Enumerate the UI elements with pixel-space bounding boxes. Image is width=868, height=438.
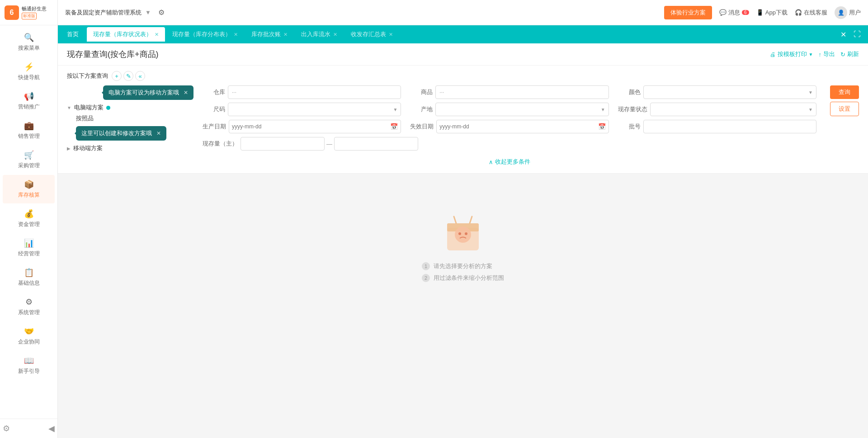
tab-inventory-status[interactable]: 现存量（库存状况表） ✕: [87, 27, 165, 42]
search-buttons: 查询 设置: [830, 85, 859, 116]
logo-area: 6 畅通好生意 标准版: [0, 0, 57, 25]
sidebar-item-basics[interactable]: 📋 基础信息: [3, 263, 55, 292]
sidebar-item-enterprise[interactable]: 🤝 企业协同: [3, 322, 55, 350]
guide-icon: 📖: [24, 356, 34, 366]
system-selector[interactable]: 装备及固定资产辅助管理系统 ▼: [65, 9, 151, 17]
tabbar-actions: ✕ ⛶: [839, 28, 866, 41]
mobile-scheme-label[interactable]: 移动端方案: [73, 144, 103, 152]
user-menu[interactable]: 👤 用户: [835, 6, 861, 19]
stock-main-range: —: [241, 137, 418, 151]
app-download-btn[interactable]: 📱 App下载: [756, 9, 788, 17]
tooltip1-close[interactable]: ✕: [184, 89, 188, 96]
messages-btn[interactable]: 💬 消息 6: [719, 9, 749, 17]
sidebar-item-search[interactable]: 🔍 搜索菜单: [3, 28, 55, 57]
maximize-btn[interactable]: ⛶: [852, 28, 863, 41]
edit-scheme-btn[interactable]: ✎: [123, 71, 133, 81]
tooltip2-close[interactable]: ✕: [156, 130, 161, 137]
hint-num-1: 1: [422, 262, 430, 270]
sidebar-item-guide[interactable]: 📖 新手引导: [3, 351, 55, 380]
collapse-more-btn[interactable]: ∧ 收起更多条件: [203, 154, 816, 168]
expiry-date-calendar-icon[interactable]: 📅: [598, 123, 606, 130]
size-select-wrap: ▼: [228, 103, 401, 116]
print-template-btn[interactable]: 🖨 按模板打印 ▼: [770, 50, 813, 58]
goods-input[interactable]: ···: [435, 85, 609, 99]
stock-status-select[interactable]: [650, 103, 816, 116]
svg-point-2: [455, 226, 471, 243]
color-select[interactable]: [643, 85, 816, 99]
sidebar-item-operations[interactable]: 📊 经营管理: [3, 234, 55, 262]
add-scheme-btn[interactable]: +: [112, 71, 122, 81]
online-support-btn[interactable]: 🎧 在线客服: [795, 9, 827, 17]
enterprise-icon: 🤝: [24, 326, 34, 336]
back-scheme-btn[interactable]: «: [135, 71, 145, 81]
close-all-tabs-btn[interactable]: ✕: [839, 28, 848, 41]
page-header: 现存量查询(按仓库+商品) 🖨 按模板打印 ▼ ↑ 导出 ↻ 刷新: [58, 43, 868, 66]
logo-text: 畅通好生意 标准版: [22, 5, 47, 19]
desktop-scheme-label[interactable]: 电脑端方案: [74, 104, 104, 112]
empty-illustration: [438, 210, 488, 255]
system-dropdown-icon: ▼: [145, 9, 151, 16]
empty-state: 1 请先选择要分析的方案 2 用过滤条件来缩小分析范围: [58, 174, 868, 318]
tab-close-4[interactable]: ✕: [389, 32, 393, 38]
sidebar-item-quick[interactable]: ⚡ 快捷导航: [3, 57, 55, 86]
scheme-panel: 电脑方案可设为移动方案哦 ✕ ▼ 电脑端方案 按照品: [67, 85, 193, 152]
tab-inout-flow[interactable]: 出入库流水 ✕: [295, 27, 344, 42]
logo-icon: 6: [5, 5, 19, 20]
settings-bottom-icon[interactable]: ⚙: [3, 424, 10, 433]
empty-hint-2: 2 用过滤条件来缩小分析范围: [422, 274, 504, 282]
tooltip2-row: 这里可以创建和修改方案哦 ✕: [76, 126, 193, 141]
export-icon: ↑: [819, 51, 822, 58]
production-date-input[interactable]: 📅: [229, 120, 401, 133]
support-icon: 🎧: [795, 9, 802, 16]
sidebar-item-finance[interactable]: 💰 资金管理: [3, 204, 55, 233]
sidebar-item-purchase[interactable]: 🛒 采购管理: [3, 146, 55, 174]
search-icon: 🔍: [24, 33, 34, 42]
sidebar-item-marketing[interactable]: 📢 营销推广: [3, 87, 55, 115]
filter-title: 按以下方案查询: [67, 72, 108, 80]
collapse-sidebar-icon[interactable]: ◀: [48, 424, 55, 433]
tab-batch-ledger[interactable]: 库存批次账 ✕: [245, 27, 294, 42]
tab-summary[interactable]: 收发存汇总表 ✕: [344, 27, 399, 42]
topbar-gear-btn[interactable]: ⚙: [158, 8, 165, 17]
sidebar-item-sales[interactable]: 💼 销售管理: [3, 116, 55, 145]
filter-row-1: 仓库 ··· 商品 ··· 颜色: [203, 85, 816, 99]
production-date-calendar-icon[interactable]: 📅: [390, 123, 398, 130]
production-date-label: 生产日期: [203, 122, 226, 131]
origin-select[interactable]: [435, 103, 609, 116]
tab-home[interactable]: 首页: [60, 30, 86, 38]
page-title: 现存量查询(按仓库+商品): [67, 49, 159, 60]
desktop-collapse-arrow[interactable]: ▼: [67, 105, 71, 110]
search-btn[interactable]: 查询: [830, 85, 859, 99]
refresh-btn[interactable]: ↻ 刷新: [840, 50, 859, 58]
tab-close-1[interactable]: ✕: [234, 32, 238, 38]
quick-icon: ⚡: [24, 62, 34, 72]
origin-select-wrap: ▼: [435, 103, 609, 116]
expiry-date-input[interactable]: 📅: [436, 120, 609, 133]
scheme-item-by-product[interactable]: 按照品: [76, 114, 193, 122]
tab-inventory-distribution[interactable]: 现存量（库存分布表） ✕: [166, 27, 244, 42]
svg-line-5: [454, 217, 456, 223]
batch-no-input[interactable]: [643, 120, 816, 133]
sidebar-item-system[interactable]: ⚙ 系统管理: [3, 292, 55, 321]
warehouse-input[interactable]: ···: [228, 85, 401, 99]
experience-button[interactable]: 体验行业方案: [664, 6, 712, 19]
tab-close-2[interactable]: ✕: [283, 32, 288, 38]
tab-close-3[interactable]: ✕: [333, 32, 337, 38]
warehouse-label: 仓库: [203, 88, 225, 96]
export-btn[interactable]: ↑ 导出: [819, 50, 835, 58]
stock-main-min[interactable]: [241, 137, 325, 151]
sidebar-item-inventory[interactable]: 📦 库存核算: [3, 175, 55, 203]
batch-no-label: 批号: [618, 122, 641, 131]
stock-main-max[interactable]: [334, 137, 418, 151]
reset-btn[interactable]: 设置: [830, 102, 859, 116]
svg-point-4: [465, 232, 467, 235]
expiry-date-text[interactable]: [439, 123, 596, 130]
origin-label: 产地: [410, 105, 433, 113]
dot-indicator-teal: [106, 106, 110, 110]
goods-field: 商品 ···: [410, 85, 609, 99]
mobile-collapse-arrow[interactable]: ▶: [67, 146, 71, 151]
refresh-icon: ↻: [840, 51, 845, 58]
size-select[interactable]: [228, 103, 401, 116]
production-date-text[interactable]: [232, 123, 388, 130]
tab-close-0[interactable]: ✕: [155, 32, 159, 38]
